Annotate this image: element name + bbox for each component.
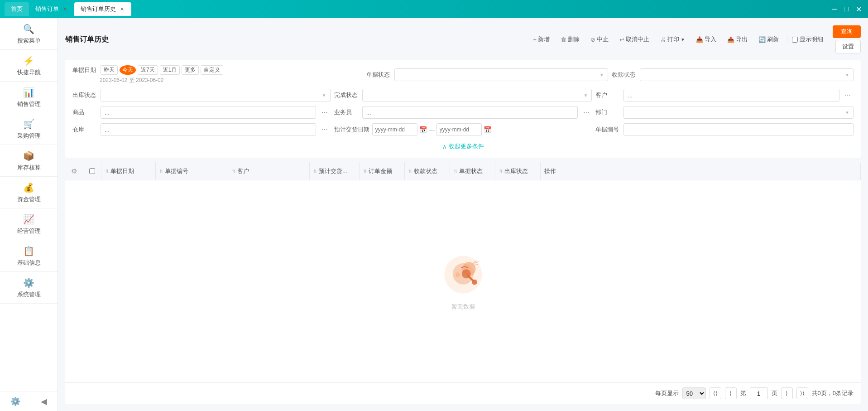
window-close-icon[interactable]: ✕	[854, 3, 863, 15]
export-icon: 📤	[727, 36, 734, 43]
per-page-select[interactable]: 50 10 20 100	[682, 387, 706, 399]
sidebar-collapse-icon[interactable]: ◀	[41, 396, 47, 406]
goods-input[interactable]	[101, 106, 316, 119]
bill-status-select[interactable]: ▼	[394, 68, 608, 81]
sidebar-settings-icon[interactable]: ⚙️	[10, 396, 20, 406]
current-page-input[interactable]	[750, 387, 768, 399]
top-bar-right: ─ □ ✕	[830, 3, 863, 15]
operations-mgmt-icon: 📈	[23, 214, 34, 225]
prev-page-btn[interactable]: ⟨	[725, 387, 737, 399]
th-customer-label: 客户	[237, 167, 249, 175]
stop-button[interactable]: ⊘ 中止	[587, 34, 612, 45]
dq-yesterday[interactable]: 昨天	[101, 65, 118, 75]
th-outstatus-label: 出库状态	[504, 167, 528, 175]
sidebar-item-quick-nav[interactable]: ⚡ 快捷导航	[0, 50, 58, 82]
salesman-input[interactable]	[362, 106, 578, 119]
sidebar-item-sys-mgmt[interactable]: ⚙️ 系统管理	[0, 272, 58, 304]
purchase-mgmt-icon: 🛒	[23, 119, 34, 130]
new-label: 新增	[538, 35, 550, 44]
delete-label: 删除	[568, 35, 580, 44]
window-maximize-icon[interactable]: □	[842, 3, 850, 15]
tab-home[interactable]: 首页	[5, 2, 29, 16]
export-button[interactable]: 📤 导出	[724, 34, 751, 45]
dq-custom[interactable]: 自定义	[201, 65, 223, 75]
date-range-display: 2023-06-02 至 2023-06-02	[100, 77, 163, 84]
sidebar-item-operations-mgmt[interactable]: 📈 经营管理	[0, 208, 58, 240]
tab-sales-order-close[interactable]: ✕	[62, 6, 68, 12]
toolbar-divider	[787, 36, 787, 43]
expected-date-to[interactable]	[436, 123, 482, 136]
tab-sales-order[interactable]: 销售订单 ✕	[29, 2, 74, 16]
collapse-more-btn[interactable]: ∧ 收起更多条件	[72, 140, 854, 152]
filter-receipt-status-item: 收款状态 ▼	[612, 68, 854, 81]
sort-billstatus-icon[interactable]: ⇅	[454, 169, 457, 174]
show-detail-checkbox[interactable]	[792, 37, 798, 43]
complete-status-dropdown-icon: ▼	[583, 93, 588, 98]
next-page-btn[interactable]: ⟩	[781, 387, 793, 399]
window-minimize-icon[interactable]: ─	[830, 3, 839, 15]
sidebar-item-purchase-mgmt[interactable]: 🛒 采购管理	[0, 113, 58, 145]
goods-label: 商品	[72, 108, 98, 116]
salesman-ellipsis[interactable]: ···	[580, 108, 592, 116]
sidebar-item-inventory-calc[interactable]: 📦 库存核算	[0, 145, 58, 177]
warehouse-ellipsis[interactable]: ···	[319, 126, 330, 134]
select-all-checkbox[interactable]	[89, 168, 95, 174]
empty-icon	[441, 252, 486, 297]
sidebar-item-search-menu[interactable]: 🔍 搜索菜单	[0, 18, 58, 50]
sort-delivery-icon[interactable]: ⇅	[313, 169, 317, 174]
dq-1month[interactable]: 近1月	[160, 65, 180, 75]
sidebar-item-purchase-mgmt-label: 采购管理	[17, 132, 41, 140]
out-status-select[interactable]: ▼	[101, 89, 331, 102]
dq-today[interactable]: 今天	[120, 65, 136, 75]
filter-out-status-item: 出库状态 ▼	[72, 89, 331, 102]
customer-input[interactable]	[623, 89, 839, 102]
th-billstatus: ⇅ 单据状态	[450, 162, 495, 180]
expected-date-from[interactable]	[372, 123, 417, 136]
first-page-btn[interactable]: ⟨⟨	[710, 387, 721, 399]
sort-amount-icon[interactable]: ⇅	[363, 169, 367, 174]
calendar-to-icon[interactable]: 📅	[484, 126, 491, 133]
sort-customer-icon[interactable]: ⇅	[232, 169, 235, 174]
cancel-stop-button[interactable]: ↩ 取消中止	[616, 34, 653, 45]
goods-ellipsis[interactable]: ···	[319, 108, 330, 116]
th-op-label: 操作	[544, 167, 556, 175]
receipt-status-select[interactable]: ▼	[640, 68, 854, 81]
calendar-from-icon[interactable]: 📅	[419, 126, 427, 133]
dept-select[interactable]: ▼	[623, 106, 854, 119]
query-button[interactable]: 查询	[833, 25, 861, 38]
filter-row-4: 仓库 ··· 预计交货日期 📅 — 📅 单据编号	[72, 123, 854, 136]
sidebar-item-basic-info[interactable]: 📋 基础信息	[0, 240, 58, 272]
settings-button[interactable]: 设置	[835, 40, 861, 53]
customer-ellipsis[interactable]: ···	[842, 91, 854, 99]
tab-sales-order-history[interactable]: 销售订单历史 ✕	[74, 2, 131, 16]
last-page-btn[interactable]: ⟩⟩	[796, 387, 808, 399]
filter-row-3: 商品 ··· 业务员 ··· 部门 ▼	[72, 106, 854, 119]
sidebar-item-sales-mgmt[interactable]: 📊 销售管理	[0, 82, 58, 113]
sort-outstatus-icon[interactable]: ⇅	[499, 169, 503, 174]
delete-button[interactable]: 🗑 删除	[557, 34, 583, 45]
sort-date-icon[interactable]: ⇅	[105, 169, 109, 174]
tab-sales-order-history-close[interactable]: ✕	[119, 6, 125, 12]
dq-more[interactable]: 更多	[182, 65, 199, 75]
new-button[interactable]: + 新增	[530, 34, 554, 45]
dq-7days[interactable]: 近7天	[138, 65, 158, 75]
complete-status-select[interactable]: ▼	[362, 89, 592, 102]
bill-no-input[interactable]	[623, 123, 854, 136]
cancel-stop-label: 取消中止	[626, 35, 649, 44]
warehouse-input[interactable]	[101, 123, 316, 136]
refresh-button[interactable]: 🔄 刷新	[755, 34, 782, 45]
filter-row-1: 单据日期 昨天 今天 近7天 近1月 更多 自定义 2023-06-02 至 2…	[72, 65, 854, 84]
sidebar-item-finance-mgmt[interactable]: 💰 资金管理	[0, 177, 58, 208]
import-button[interactable]: 📥 导入	[692, 34, 720, 45]
table-settings-icon[interactable]: ⚙	[71, 167, 77, 175]
print-button[interactable]: 🖨 打印 ▼	[657, 34, 689, 45]
out-status-label: 出库状态	[72, 91, 98, 99]
sort-receipt-icon[interactable]: ⇅	[408, 169, 412, 174]
refresh-icon: 🔄	[758, 36, 766, 43]
table-area: ⚙ ⇅ 单据日期 ⇅ 单据编号 ⇅ 客户 ⇅	[65, 162, 861, 404]
sidebar-item-sales-mgmt-label: 销售管理	[17, 100, 41, 108]
tab-sales-order-label: 销售订单	[35, 5, 59, 13]
filter-date-item: 单据日期 昨天 今天 近7天 近1月 更多 自定义 2023-06-02 至 2…	[72, 65, 363, 84]
salesman-label: 业务员	[334, 108, 360, 116]
sort-billno-icon[interactable]: ⇅	[159, 169, 163, 174]
